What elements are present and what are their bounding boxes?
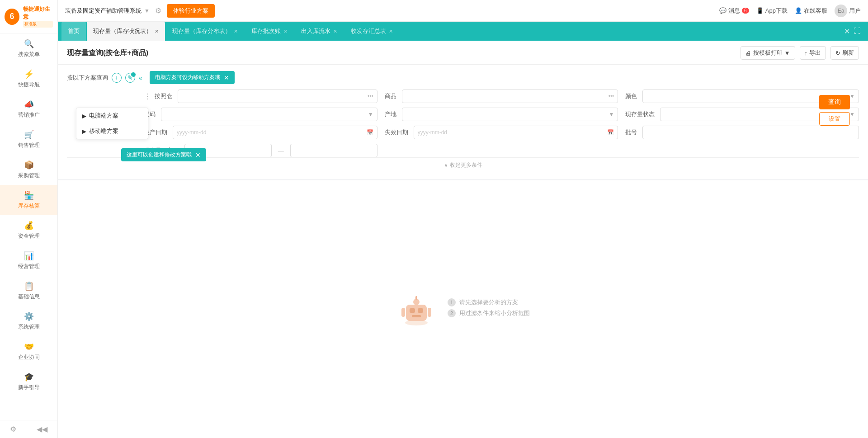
svg-rect-5 — [413, 299, 420, 305]
action-buttons: 查询 设置 — [819, 95, 850, 126]
filter-row-3: 生产日期 yyyy-mm-dd 📅 失效日期 yyyy-mm-dd 📅 — [144, 126, 859, 139]
filter-produce-date: 生产日期 yyyy-mm-dd 📅 — [144, 126, 377, 139]
sidebar-item-basic[interactable]: 📋 基础信息 — [0, 276, 57, 306]
topbar-right: 💬 消息 6 📱 App下载 👤 在线客服 Ea 用户 — [719, 5, 861, 17]
sidebar-item-finance[interactable]: 💰 资金管理 — [0, 215, 57, 245]
filter-batch: 批号 — [625, 126, 859, 139]
phone-icon: 📱 — [756, 7, 764, 14]
collapse-button[interactable]: ∧ 收起更多条件 — [444, 161, 482, 169]
sidebar-menu: 🔍 搜索菜单 ⚡ 快捷导航 📣 营销推广 🛒 销售管理 📦 采购管理 🏪 库存核… — [0, 33, 57, 420]
color-label: 颜色 — [625, 92, 637, 100]
sidebar-item-inventory[interactable]: 🏪 库存核算 — [0, 185, 57, 215]
tab-inventory-status[interactable]: 现存量（库存状况表） ✕ — [87, 22, 165, 41]
size-select[interactable]: ▼ — [161, 108, 377, 121]
template-print-button[interactable]: 🖨 按模板打印 ▼ — [741, 46, 795, 60]
enterprise-icon: 🤝 — [24, 342, 34, 352]
tab-close-inventory-dist[interactable]: ✕ — [234, 28, 238, 34]
export-icon: ↑ — [805, 50, 808, 57]
filter-header: 按以下方案查询 + ✎ « 电脑方案可设为移动方案哦 ✕ — [67, 71, 859, 84]
tab-close-all-icon[interactable]: ✕ — [844, 27, 850, 36]
operations-icon: 📊 — [24, 251, 34, 261]
online-service-item[interactable]: 👤 在线客服 — [795, 7, 827, 15]
sidebar-item-system[interactable]: ⚙️ 系统管理 — [0, 306, 57, 336]
sidebar-item-enterprise[interactable]: 🤝 企业协同 — [0, 336, 57, 367]
collapse-icon: ∧ — [444, 162, 448, 169]
batch-input[interactable] — [642, 126, 859, 139]
tab-close-batch-account[interactable]: ✕ — [283, 28, 288, 34]
sidebar-item-search[interactable]: 🔍 搜索菜单 — [0, 33, 57, 64]
refresh-button[interactable]: ↻ 刷新 — [830, 46, 859, 60]
batch-label: 批号 — [625, 128, 637, 137]
filter-origin: 产地 ▼ — [385, 108, 618, 121]
tab-close-inout-flow[interactable]: ✕ — [333, 28, 337, 34]
service-icon: 👤 — [795, 7, 802, 14]
dots-icon-2: ••• — [368, 93, 373, 99]
scheme-tooltip1: 电脑方案可设为移动方案哦 ✕ — [150, 71, 235, 84]
sidebar-item-operations[interactable]: 📊 经营管理 — [0, 245, 57, 276]
edit-tooltip: 这里可以创建和修改方案哦 ✕ — [121, 148, 206, 161]
expire-date-input[interactable]: yyyy-mm-dd 📅 — [414, 126, 618, 139]
settings-btn[interactable]: ⚙ — [10, 425, 16, 433]
export-button[interactable]: ↑ 导出 — [800, 46, 826, 60]
origin-select[interactable]: ▼ — [402, 108, 618, 121]
basic-icon: 📋 — [24, 281, 34, 291]
tab-inout-flow[interactable]: 出入库流水 ✕ — [295, 22, 344, 41]
warehouse-label: 按照仓 — [155, 92, 172, 100]
page-title-row: 现存量查询(按仓库+商品) 🖨 按模板打印 ▼ ↑ 导出 ↻ 刷新 — [67, 46, 859, 64]
refresh-icon: ↻ — [835, 50, 840, 57]
print-icon: 🖨 — [745, 50, 751, 57]
topbar-settings-icon[interactable]: ⚙ — [155, 6, 161, 15]
empty-hint-2: 2 用过滤条件来缩小分析范围 — [448, 309, 530, 317]
size-chevron-icon: ▼ — [368, 111, 373, 118]
tab-collect-summary[interactable]: 收发存汇总表 ✕ — [344, 22, 399, 41]
empty-content: 1 请先选择要分析的方案 2 用过滤条件来缩小分析范围 — [396, 289, 530, 330]
origin-chevron-icon: ▼ — [609, 111, 614, 118]
purchase-icon: 📦 — [24, 160, 34, 170]
tabbar: 首页 现存量（库存状况表） ✕ 现存量（库存分布表） ✕ 库存批次账 ✕ 出入库… — [58, 22, 868, 41]
tab-fullscreen-icon[interactable]: ⛶ — [854, 27, 861, 35]
range-sep: — — [278, 147, 284, 154]
svg-rect-6 — [415, 296, 417, 300]
arrow-icon[interactable]: « — [139, 74, 142, 81]
marketing-icon: 📣 — [24, 99, 34, 109]
user-item[interactable]: Ea 用户 — [835, 5, 861, 17]
edit-tooltip-close[interactable]: ✕ — [195, 151, 201, 159]
svg-rect-1 — [406, 305, 427, 321]
svg-rect-2 — [410, 308, 415, 313]
sidebar-item-marketing[interactable]: 📣 营销推广 — [0, 94, 57, 124]
sidebar-item-sales[interactable]: 🛒 销售管理 — [0, 124, 57, 155]
reset-button[interactable]: 设置 — [819, 112, 850, 126]
sidebar-item-newbie[interactable]: 🎓 新手引导 — [0, 367, 57, 397]
sidebar-item-purchase[interactable]: 📦 采购管理 — [0, 155, 57, 185]
experience-button[interactable]: 体验行业方案 — [167, 4, 215, 18]
chevron-icon2: ▶ — [82, 128, 86, 135]
scheme-tree-item-desktop[interactable]: ▶ 电脑端方案 — [76, 108, 148, 123]
produce-date-input[interactable]: yyyy-mm-dd 📅 — [173, 126, 377, 139]
search-button[interactable]: 查询 — [819, 95, 850, 109]
goods-label: 商品 — [385, 92, 396, 100]
message-item[interactable]: 💬 消息 6 — [719, 7, 749, 15]
sidebar: 6 畅捷通好生意 标准版 🔍 搜索菜单 ⚡ 快捷导航 📣 营销推广 🛒 销售管理… — [0, 0, 58, 438]
collapse-sidebar-btn[interactable]: ◀◀ — [37, 425, 47, 433]
tab-close-inventory-status[interactable]: ✕ — [155, 28, 159, 34]
tooltip1-close[interactable]: ✕ — [224, 74, 229, 81]
scheme-area: ▶ 电脑端方案 ▶ 移动端方案 ⋮ 按照仓 — [67, 89, 859, 157]
tab-batch-account[interactable]: 库存批次账 ✕ — [245, 22, 294, 41]
empty-text: 1 请先选择要分析的方案 2 用过滤条件来缩小分析范围 — [448, 298, 530, 320]
add-scheme-button[interactable]: + — [112, 73, 122, 83]
tab-inventory-dist[interactable]: 现存量（库存分布表） ✕ — [166, 22, 244, 41]
app-download-item[interactable]: 📱 App下载 — [756, 7, 788, 15]
scheme-tree-item-mobile[interactable]: ▶ 移动端方案 — [76, 123, 148, 139]
edit-scheme-button[interactable]: ✎ — [125, 73, 135, 83]
inv-status-label: 现存量状态 — [625, 110, 655, 118]
empty-state: 1 请先选择要分析的方案 2 用过滤条件来缩小分析范围 — [58, 180, 868, 438]
inv-qty-to[interactable] — [290, 144, 377, 157]
warehouse-select[interactable]: ••• — [178, 89, 377, 103]
tab-home[interactable]: 首页 — [61, 22, 86, 41]
scheme-tree: ▶ 电脑端方案 ▶ 移动端方案 — [76, 108, 148, 139]
goods-select[interactable]: ••• — [402, 89, 618, 103]
tab-close-collect-summary[interactable]: ✕ — [389, 28, 393, 34]
filter-row-2: 尺码 ▼ 产地 ▼ — [144, 108, 859, 121]
sidebar-item-guide[interactable]: ⚡ 快捷导航 — [0, 64, 57, 94]
system-chevron-icon: ▼ — [144, 8, 150, 14]
